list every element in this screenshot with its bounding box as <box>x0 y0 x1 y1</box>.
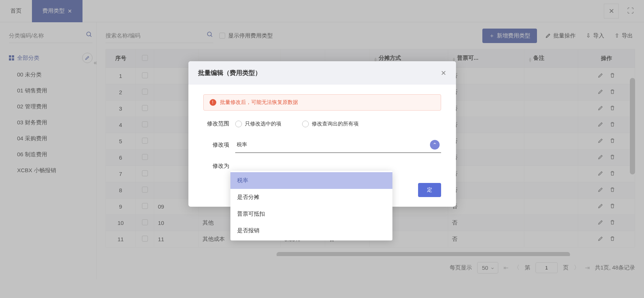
modal-title: 批量编辑（费用类型） <box>198 69 261 77</box>
dropdown-option[interactable]: 是否报销 <box>230 222 392 239</box>
scope-selected-radio[interactable]: 只修改选中的项 <box>235 121 281 127</box>
scope-row: 修改范围 只修改选中的项 修改查询出的所有项 <box>203 120 441 127</box>
dropdown-option[interactable]: 普票可抵扣 <box>230 206 392 222</box>
warning-icon: ! <box>210 99 216 106</box>
warning-alert: ! 批量修改后，可能无法恢复原数据 <box>203 94 441 111</box>
confirm-button[interactable]: 定 <box>418 183 441 197</box>
field-select[interactable]: 税率 ⌃ <box>235 137 441 153</box>
scope-label: 修改范围 <box>203 120 229 127</box>
scope-all-radio[interactable]: 修改查询出的所有项 <box>302 121 359 127</box>
value-label: 修改为 <box>203 163 229 170</box>
dropdown-option[interactable]: 税率 <box>230 172 392 189</box>
field-label: 修改项 <box>203 141 229 148</box>
dropdown-option[interactable]: 是否分摊 <box>230 189 392 206</box>
value-row: 修改为 <box>203 163 441 170</box>
field-row: 修改项 税率 ⌃ <box>203 137 441 153</box>
close-icon[interactable]: ✕ <box>441 69 446 77</box>
chevron-up-icon: ⌃ <box>430 140 440 150</box>
field-dropdown: 税率是否分摊普票可抵扣是否报销 <box>230 171 392 240</box>
